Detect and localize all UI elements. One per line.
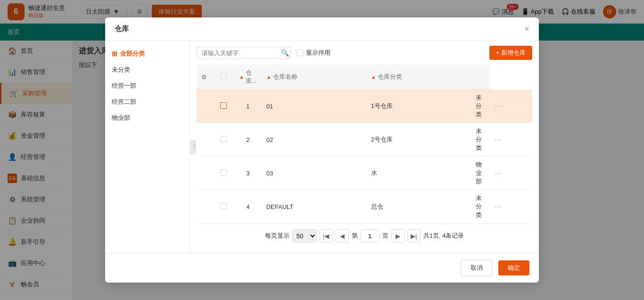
more-icon[interactable]: ···: [495, 135, 502, 144]
th-select-all-checkbox[interactable]: [220, 73, 227, 80]
show-disabled-label[interactable]: 显示停用: [297, 49, 330, 57]
search-icon[interactable]: 🔍: [281, 49, 289, 57]
row-checkbox-cell[interactable]: [215, 90, 234, 123]
row-code: 01: [262, 90, 366, 123]
row-checkbox[interactable]: [220, 102, 227, 109]
page-input[interactable]: [361, 229, 380, 242]
category-item-2[interactable]: 经营二部: [105, 94, 190, 110]
row-code: 02: [262, 123, 366, 157]
page-label-prefix: 第: [352, 232, 358, 240]
page-label: 页: [382, 232, 388, 240]
th-gear-icon: ⚙: [201, 74, 207, 81]
modal-title: 仓库: [115, 25, 129, 33]
th-name: ▲ 仓库名称: [262, 65, 366, 90]
th-actions: [471, 65, 490, 90]
row-more[interactable]: ···: [490, 123, 532, 157]
first-page-button[interactable]: |◀: [320, 229, 333, 242]
th-checkbox: [215, 65, 234, 90]
row-code: DEFAULT: [262, 190, 366, 224]
collapse-panel-button[interactable]: 《: [190, 140, 196, 155]
th-category: ▲ 仓库分类: [366, 65, 471, 90]
row-checkbox-cell[interactable]: [215, 157, 234, 190]
show-disabled-checkbox[interactable]: [297, 50, 303, 56]
row-checkbox-cell[interactable]: [215, 190, 234, 224]
modal-footer: 取消 确定: [105, 253, 539, 283]
row-name: 总仓: [366, 190, 471, 224]
row-checkbox-cell[interactable]: [215, 123, 234, 157]
row-more[interactable]: ···: [490, 90, 532, 123]
sort-icon-category: ▲: [371, 74, 376, 80]
last-page-button[interactable]: ▶|: [407, 229, 421, 242]
row-gear: [197, 90, 215, 123]
modal-overlay: 仓库 × ⊞ 全部分类 未分类 经营一部 经营二部: [0, 0, 644, 300]
confirm-button[interactable]: 确定: [498, 260, 529, 275]
category-label-3: 物业部: [112, 114, 130, 121]
row-code: 03: [262, 157, 366, 190]
modal-close-button[interactable]: ×: [524, 24, 529, 34]
sort-icon-name: ▲: [266, 74, 272, 80]
row-category: 未分类: [471, 90, 490, 123]
more-icon[interactable]: ···: [495, 101, 502, 110]
row-name: 2号仓库: [366, 123, 471, 157]
row-gear: [197, 157, 215, 190]
row-num: 3: [234, 157, 262, 190]
row-category: 未分类: [471, 190, 490, 224]
category-panel: ⊞ 全部分类 未分类 经营一部 经营二部 物业部 《: [105, 41, 190, 253]
category-item-3[interactable]: 物业部: [105, 110, 190, 126]
category-item-0[interactable]: 未分类: [105, 62, 190, 78]
row-checkbox[interactable]: [220, 203, 227, 209]
table-body: 1 01 1号仓库 未分类 ··· 2 02 2号仓库 未分类 ··· 3 03…: [197, 90, 532, 224]
category-label-0: 未分类: [112, 66, 130, 73]
category-item-1[interactable]: 经营一部: [105, 78, 190, 94]
search-box: 🔍: [197, 47, 291, 59]
search-input[interactable]: [202, 50, 281, 57]
row-num: 1: [234, 90, 262, 123]
row-gear: [197, 190, 215, 224]
more-icon[interactable]: ···: [495, 202, 502, 211]
table-row[interactable]: 2 02 2号仓库 未分类 ···: [197, 123, 532, 157]
th-settings: ⚙: [197, 65, 215, 90]
category-label-1: 经营一部: [112, 82, 136, 89]
per-page-select[interactable]: 50 100: [292, 229, 317, 242]
row-gear: [197, 123, 215, 157]
table-panel: 🔍 显示停用 + 新增仓库 ⚙: [190, 41, 539, 253]
category-all-label: 全部分类: [120, 50, 145, 58]
cancel-button[interactable]: 取消: [461, 260, 493, 276]
pagination: 每页显示 50 100 |◀ ◀ 第 页 ▶ ▶| 共1页, 4条记录: [197, 224, 532, 248]
grid-icon: ⊞: [112, 50, 117, 58]
sort-icon-code: ▲: [239, 74, 244, 80]
category-all-item[interactable]: ⊞ 全部分类: [105, 46, 190, 62]
row-more[interactable]: ···: [490, 190, 532, 224]
table-row[interactable]: 3 03 水 物业部 ···: [197, 157, 532, 190]
prev-page-button[interactable]: ◀: [336, 229, 349, 242]
row-checkbox[interactable]: [220, 169, 227, 176]
row-more[interactable]: ···: [490, 157, 532, 190]
next-page-button[interactable]: ▶: [391, 229, 405, 242]
modal-header: 仓库 ×: [105, 17, 539, 41]
table-row[interactable]: 1 01 1号仓库 未分类 ···: [197, 90, 532, 123]
table-header-row: ⚙ ▲ 仓库...: [197, 65, 532, 90]
row-num: 4: [234, 190, 262, 224]
more-icon[interactable]: ···: [495, 168, 502, 178]
row-num: 2: [234, 123, 262, 157]
modal-body: ⊞ 全部分类 未分类 经营一部 经营二部 物业部 《: [105, 41, 539, 253]
add-warehouse-button[interactable]: + 新增仓库: [489, 46, 532, 60]
row-category: 未分类: [471, 123, 490, 157]
warehouse-modal: 仓库 × ⊞ 全部分类 未分类 经营一部 经营二部: [105, 17, 539, 283]
table-toolbar: 🔍 显示停用 + 新增仓库: [197, 46, 532, 60]
row-category: 物业部: [471, 157, 490, 190]
row-name: 1号仓库: [366, 90, 471, 123]
total-label: 共1页, 4条记录: [423, 232, 464, 240]
show-disabled-text: 显示停用: [306, 49, 330, 57]
warehouse-table: ⚙ ▲ 仓库...: [197, 65, 532, 224]
category-label-2: 经营二部: [112, 98, 136, 105]
row-checkbox[interactable]: [220, 136, 227, 142]
th-code: ▲ 仓库...: [234, 65, 262, 90]
table-row[interactable]: 4 DEFAULT 总仓 未分类 ···: [197, 190, 532, 224]
per-page-label: 每页显示: [265, 232, 289, 240]
row-name: 水: [366, 157, 471, 190]
